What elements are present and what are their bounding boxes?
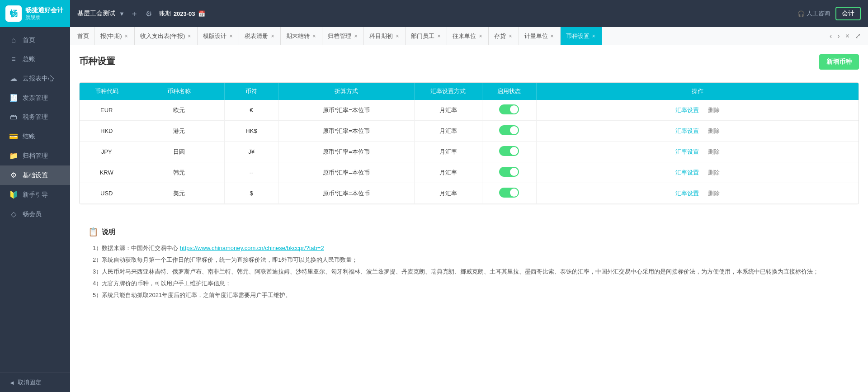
toggle-enabled[interactable] — [499, 125, 519, 135]
note-item: 3）人民币对马来西亚林吉特、俄罗斯卢布、南非兰特、韩元、阿联酋迪拉姆、沙特里亚尔… — [93, 266, 850, 278]
sidebar-item-invoice[interactable]: 🧾 发票管理 — [0, 88, 70, 108]
tab-close-currency[interactable]: × — [591, 32, 596, 40]
tab-accounting[interactable]: 报(中期) × — [95, 27, 135, 45]
tab-close-all[interactable]: × — [844, 30, 851, 42]
tab-department[interactable]: 部门员工 × — [406, 27, 447, 45]
calendar-icon[interactable]: 📅 — [198, 10, 205, 17]
home-icon: ⌂ — [9, 36, 18, 44]
tab-close-inventory[interactable]: × — [508, 32, 513, 40]
note-title: 📋 说明 — [88, 227, 850, 237]
note-item: 4）无官方牌价的币种，可以用户手工维护汇率信息； — [93, 278, 850, 289]
checkout-icon: 💳 — [9, 132, 18, 141]
sidebar-item-reports[interactable]: ☁ 云报表中心 — [0, 69, 70, 88]
rate-setting-link[interactable]: 汇率设置 — [675, 190, 699, 197]
cell-action: 汇率设置 删除 — [536, 121, 859, 142]
note-item: 5）系统只能自动抓取2021年度后的汇率，之前年度汇率需要用户手工维护。 — [93, 289, 850, 301]
topbar-left: 基层工会测试 ▼ ＋ ⚙ 账期 2023-03 📅 — [77, 8, 205, 19]
settings-button[interactable]: ⚙ — [146, 9, 152, 18]
tab-close-archive[interactable]: × — [353, 32, 358, 40]
tab-close-income[interactable]: × — [187, 32, 192, 40]
tab-period[interactable]: 期末结转 × — [281, 27, 322, 45]
logo: 畅 畅捷通好会计 旗舰版 — [0, 0, 70, 27]
sidebar-item-checkout[interactable]: 💳 结账 — [0, 127, 70, 146]
tab-next[interactable]: › — [835, 30, 841, 42]
delete-link[interactable]: 删除 — [708, 128, 720, 134]
delete-link[interactable]: 删除 — [708, 190, 720, 197]
cloud-icon: ☁ — [9, 74, 18, 83]
cell-action: 汇率设置 删除 — [536, 100, 859, 121]
company-dropdown[interactable]: ▼ — [119, 10, 125, 17]
cell-action: 汇率设置 删除 — [536, 183, 859, 204]
tab-close-accounting[interactable]: × — [124, 32, 129, 40]
tab-inventory[interactable]: 存货 × — [489, 27, 519, 45]
tab-close-department[interactable]: × — [436, 32, 441, 40]
tab-partner[interactable]: 往来单位 × — [447, 27, 489, 45]
tab-close-partner[interactable]: × — [478, 32, 483, 40]
cell-calc: 原币*汇率=本位币 — [278, 162, 414, 183]
headset-icon: 🎧 — [797, 10, 805, 17]
rate-setting-link[interactable]: 汇率设置 — [675, 169, 699, 176]
invoice-icon: 🧾 — [9, 94, 18, 102]
ledger-icon: ≡ — [9, 55, 18, 63]
add-company-button[interactable]: ＋ — [130, 8, 138, 19]
cell-symbol: J¥ — [224, 142, 278, 162]
cell-rate: 月汇率 — [414, 162, 482, 183]
cell-code: USD — [80, 183, 134, 204]
cell-calc: 原币*汇率=本位币 — [278, 183, 414, 204]
tab-expand[interactable]: ⤢ — [853, 30, 863, 42]
logo-icon: 畅 — [5, 5, 22, 22]
sidebar-item-archive[interactable]: 📁 归档管理 — [0, 146, 70, 165]
delete-link[interactable]: 删除 — [708, 107, 720, 113]
th-code: 币种代码 — [80, 83, 134, 100]
table-row: KRW 韩元 -- 原币*汇率=本位币 月汇率 汇率设置 删除 — [80, 162, 859, 183]
tab-archive[interactable]: 归档管理 × — [322, 27, 364, 45]
toggle-enabled[interactable] — [499, 146, 519, 156]
sidebar-nav: ⌂ 首页 ≡ 总账 ☁ 云报表中心 🧾 发票管理 🗃 税务管理 💳 结账 📁 归… — [0, 27, 70, 373]
sidebar-item-ledger[interactable]: ≡ 总账 — [0, 50, 70, 69]
th-calc: 折算方式 — [278, 83, 414, 100]
logo-text: 畅捷通好会计 旗舰版 — [25, 6, 63, 21]
tab-home[interactable]: 首页 — [72, 27, 95, 45]
new-currency-button[interactable]: 新增币种 — [819, 54, 859, 70]
sidebar-item-guide[interactable]: 🔰 新手引导 — [0, 185, 70, 204]
cell-rate: 月汇率 — [414, 100, 482, 121]
tab-close-period[interactable]: × — [311, 32, 316, 40]
tab-prev[interactable]: ‹ — [828, 30, 834, 42]
main: 基层工会测试 ▼ ＋ ⚙ 账期 2023-03 📅 🎧 人工咨询 会计 首页 报… — [70, 0, 868, 392]
sidebar-item-tax[interactable]: 🗃 税务管理 — [0, 108, 70, 127]
member-icon: ◇ — [9, 210, 18, 218]
toggle-enabled[interactable] — [499, 167, 519, 177]
toggle-enabled[interactable] — [499, 104, 519, 114]
toggle-enabled[interactable] — [499, 188, 519, 198]
tab-currency[interactable]: 币种设置 × — [561, 27, 602, 45]
note-link[interactable]: https://www.chinamoney.com.cn/chinese/bk… — [180, 245, 324, 251]
service-button[interactable]: 🎧 人工咨询 — [797, 9, 830, 18]
tab-close-tax[interactable]: × — [270, 32, 275, 40]
cell-name: 日圆 — [134, 142, 224, 162]
cell-code: KRW — [80, 162, 134, 183]
tab-tax[interactable]: 税表清册 × — [239, 27, 281, 45]
sidebar-collapse[interactable]: ◄ 取消固定 — [0, 373, 70, 392]
tab-subject[interactable]: 科目期初 × — [364, 27, 406, 45]
cell-symbol: -- — [224, 162, 278, 183]
tab-close-unit[interactable]: × — [550, 32, 555, 40]
tab-income[interactable]: 收入支出表(年报) × — [135, 27, 198, 45]
tab-unit[interactable]: 计量单位 × — [519, 27, 561, 45]
note-item: 1）数据来源：中国外汇交易中心 https://www.chinamoney.c… — [93, 242, 850, 254]
rate-setting-link[interactable]: 汇率设置 — [675, 148, 699, 155]
cell-rate: 月汇率 — [414, 183, 482, 204]
cell-rate: 月汇率 — [414, 142, 482, 162]
tab-close-template[interactable]: × — [228, 32, 233, 40]
sidebar-item-member[interactable]: ◇ 畅会员 — [0, 204, 70, 224]
note-list: 1）数据来源：中国外汇交易中心 https://www.chinamoney.c… — [88, 242, 850, 301]
account-button[interactable]: 会计 — [835, 7, 861, 20]
delete-link[interactable]: 删除 — [708, 148, 720, 155]
rate-setting-link[interactable]: 汇率设置 — [675, 107, 699, 113]
rate-setting-link[interactable]: 汇率设置 — [675, 128, 699, 134]
tab-template[interactable]: 模版设计 × — [198, 27, 239, 45]
tab-close-subject[interactable]: × — [395, 32, 400, 40]
delete-link[interactable]: 删除 — [708, 169, 720, 176]
sidebar-item-home[interactable]: ⌂ 首页 — [0, 31, 70, 50]
cell-name: 欧元 — [134, 100, 224, 121]
sidebar-item-settings[interactable]: ⚙ 基础设置 — [0, 165, 70, 185]
